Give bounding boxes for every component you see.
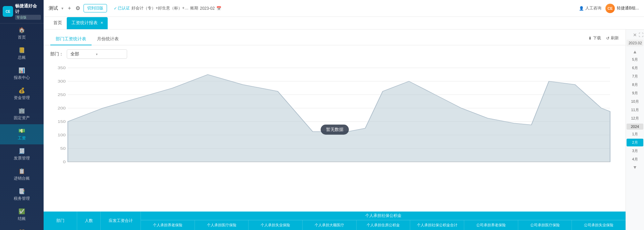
panel-nav-up[interactable]: ▲ — [632, 48, 638, 55]
col-personal-unemployment: 个人承担失业保险 — [249, 220, 303, 230]
sub-tab-monthly-label: 月份统计表 — [97, 36, 119, 41]
col-payroll: 应发工资合计 — [101, 212, 141, 230]
tab-home[interactable]: 首页 — [49, 17, 67, 29]
check-icon: ✓ — [114, 6, 117, 11]
month-7[interactable]: 7月 — [627, 73, 643, 80]
sidebar: CE 畅捷通好会计 专业版 🏠 首页 📒 总账 📊 报表中心 💰 资金管理 🏢 … — [0, 0, 44, 230]
sidebar-item-payroll[interactable]: 💵 工资 — [0, 124, 44, 144]
period-label: 账期 — [190, 5, 198, 11]
month-4[interactable]: 4月 — [627, 155, 643, 163]
tax-icon: 📑 — [18, 188, 25, 194]
month-2-active[interactable]: 2月 — [627, 139, 643, 146]
archive-icon: 📁 — [18, 228, 25, 230]
panel-nav-down[interactable]: ▼ — [632, 164, 638, 171]
download-btn[interactable]: ⬇ 下载 — [588, 35, 601, 41]
consultant-btn[interactable]: 👤 人工咨询 — [579, 5, 601, 11]
month-10[interactable]: 10月 — [627, 98, 643, 105]
month-1[interactable]: 1月 — [627, 130, 643, 138]
maximize-panel-btn[interactable]: ⛶ — [639, 32, 643, 38]
ledger-icon: 📒 — [18, 47, 25, 53]
sidebar-item-tax[interactable]: 📑 税务管理 — [0, 185, 44, 205]
tab-payroll-report[interactable]: 工资统计报表 × — [67, 17, 108, 29]
sub-tab-dept[interactable]: 部门工资统计表 — [50, 33, 92, 45]
brand-name: 畅捷通好会计 — [15, 3, 41, 15]
col-dept: 部门 — [44, 212, 77, 230]
close-panel-btn[interactable]: ✕ — [633, 32, 637, 38]
svg-text:150: 150 — [58, 120, 66, 124]
sidebar-label-invoice: 发票管理 — [14, 155, 30, 161]
add-button[interactable]: ＋ — [67, 5, 72, 12]
user-menu[interactable]: CE 轻捷通B组... — [605, 4, 639, 13]
sidebar-label-funds: 资金管理 — [14, 95, 30, 101]
svg-text:300: 300 — [58, 79, 66, 84]
tab-close-icon[interactable]: × — [101, 20, 103, 25]
dept-filter-label: 部门： — [50, 51, 63, 57]
sidebar-item-ledger[interactable]: 📒 总账 — [0, 44, 44, 64]
svg-text:100: 100 — [58, 133, 66, 137]
payroll-icon: 💵 — [18, 128, 25, 134]
tags-text: 好会计（专）+好生意（标）+… — [131, 5, 189, 11]
sidebar-label-assets: 固定资产 — [14, 115, 30, 121]
col-group-personal: 个人承担社保公积金 个人承担养老保险 个人承担医疗保险 个人承担失业保险 — [141, 212, 626, 230]
group-personal-cols: 个人承担养老保险 个人承担医疗保险 个人承担失业保险 个人承担大额医疗 个人承担 — [141, 220, 626, 230]
main-content: 部门工资统计表 月份统计表 ⬇ 下载 ↺ 刷新 — [44, 30, 626, 230]
tab-payroll-label: 工资统计报表 — [71, 20, 98, 25]
chart-area: 350 300 250 200 150 100 50 0 暂无数据 — [44, 63, 626, 212]
reports-icon: 📊 — [18, 67, 25, 74]
chevron-down-icon: ▾ — [96, 52, 98, 56]
right-panel: ✕ ⛶ 2023.02 ▲ 5月 6月 7月 8月 9月 10月 11月 12月… — [626, 30, 644, 230]
consultant-label: 人工咨询 — [585, 5, 601, 11]
sidebar-label-payroll: 工资 — [18, 135, 26, 141]
username: 轻捷通B组... — [617, 5, 639, 11]
col-company-medical: 公司承担医疗保险 — [518, 220, 572, 230]
sub-tab-monthly[interactable]: 月份统计表 — [92, 33, 124, 45]
month-11[interactable]: 11月 — [627, 106, 643, 114]
sidebar-item-home[interactable]: 🏠 首页 — [0, 24, 44, 44]
period-value: 2023-02 — [200, 6, 215, 11]
month-12[interactable]: 12月 — [627, 114, 643, 122]
refresh-btn[interactable]: ↺ 刷新 — [606, 35, 619, 41]
month-3[interactable]: 3月 — [627, 147, 643, 155]
sidebar-item-invoice[interactable]: 🧾 发票管理 — [0, 144, 44, 165]
invoice-icon: 🧾 — [18, 148, 25, 154]
dept-dropdown[interactable]: 全部 ▾ — [67, 49, 127, 59]
sidebar-label-tax: 税务管理 — [14, 196, 30, 201]
panel-controls: ✕ ⛶ — [627, 32, 643, 38]
col-headcount: 人数 — [77, 212, 101, 230]
sidebar-item-assets[interactable]: 🏢 固定资产 — [0, 104, 44, 124]
content-tabs: 首页 工资统计报表 × — [44, 17, 644, 30]
download-icon: ⬇ — [588, 36, 592, 41]
sidebar-label-home: 首页 — [18, 35, 26, 40]
sidebar-item-funds[interactable]: 💰 资金管理 — [0, 84, 44, 104]
col-personal-pension: 个人承担养老保险 — [141, 220, 195, 230]
col-personal-major-medical: 个人承担大额医疗 — [303, 220, 357, 230]
home-icon: 🏠 — [18, 27, 25, 33]
col-personal-total: 个人承担社保公积金合计 — [410, 220, 464, 230]
avatar: CE — [605, 4, 615, 13]
topbar-right: 👤 人工咨询 CE 轻捷通B组... — [579, 4, 639, 13]
switch-to-old-btn[interactable]: 切到旧版 — [84, 4, 107, 12]
chart-svg: 350 300 250 200 150 100 50 0 — [50, 64, 619, 169]
col-personal-housing-fund: 个人承担住房公积金 — [357, 220, 411, 230]
sidebar-item-close[interactable]: ✅ 结账 — [0, 205, 44, 225]
month-5[interactable]: 5月 — [627, 56, 643, 63]
group-personal-label: 个人承担社保公积金 — [141, 212, 626, 220]
svg-text:50: 50 — [60, 146, 66, 151]
sidebar-item-sales[interactable]: 📋 进销台账 — [0, 165, 44, 185]
month-8[interactable]: 8月 — [627, 81, 643, 89]
assets-icon: 🏢 — [18, 107, 25, 114]
calendar-icon[interactable]: 📅 — [216, 6, 221, 11]
logo-icon: CE — [3, 6, 13, 17]
month-9[interactable]: 9月 — [627, 89, 643, 97]
close-period-icon: ✅ — [18, 208, 25, 215]
sidebar-item-archive[interactable]: 📁 归档管理 — [0, 225, 44, 230]
settings-gear-icon[interactable]: ⚙ — [75, 5, 80, 11]
dropdown-arrow-icon[interactable]: ▾ — [61, 6, 63, 11]
sidebar-item-reports[interactable]: 📊 报表中心 — [0, 64, 44, 84]
refresh-icon: ↺ — [606, 36, 609, 41]
month-6[interactable]: 6月 — [627, 64, 643, 72]
sidebar-label-sales: 进销台账 — [14, 176, 30, 181]
edition-badge: 专业版 — [15, 15, 41, 20]
svg-text:350: 350 — [58, 66, 66, 70]
topbar-tags: ✓ 已认证 好会计（专）+好生意（标）+… 账期 2023-02 📅 — [114, 5, 221, 11]
